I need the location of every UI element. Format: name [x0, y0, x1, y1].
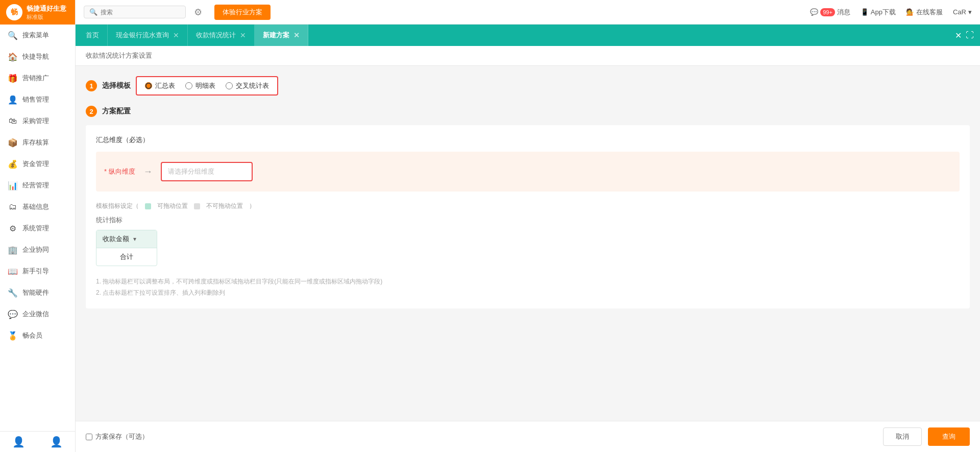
content-area: 收款情况统计方案设置 1 选择模板 汇总表 明细表: [76, 46, 980, 452]
hardware-icon: 🔧: [8, 288, 17, 297]
system-icon: ⚙: [8, 224, 17, 233]
sidebar-item-inventory[interactable]: 📦 库存核算: [0, 132, 75, 153]
sidebar-item-basic-info[interactable]: 🗂 基础信息: [0, 196, 75, 218]
expand-icon[interactable]: ⛶: [966, 31, 974, 40]
section2-header: 2 方案配置: [86, 106, 970, 117]
sales-icon: 👤: [8, 95, 17, 104]
section1-num: 1: [86, 80, 97, 91]
metrics-hint: 模板指标设定（ 可拖动位置 不可拖动位置 ）: [96, 202, 960, 210]
sidebar-item-marketing[interactable]: 🎁 营销推广: [0, 67, 75, 89]
inventory-icon: 📦: [8, 138, 17, 147]
tab-actions: ✕ ⛶: [955, 31, 980, 40]
radio-cross-input[interactable]: [226, 82, 233, 89]
tab-bank-flow-close[interactable]: ✕: [173, 31, 179, 39]
search-input[interactable]: [101, 9, 172, 16]
tab-receipt-stat[interactable]: 收款情况统计 ✕: [188, 25, 255, 46]
tip-line-1: 1. 拖动标题栏可以调整布局，不可跨维度或指标区域拖动栏目字段(只能在同一维度或…: [96, 276, 960, 288]
sidebar-item-purchase[interactable]: 🛍 采购管理: [0, 110, 75, 132]
metrics-column-header: 收款金额: [103, 234, 129, 244]
logo-icon: 畅: [6, 4, 22, 20]
section-template: 1 选择模板 汇总表 明细表 交叉统计表: [86, 76, 970, 96]
finance-icon: 💰: [8, 159, 17, 169]
sidebar-bottom: 👤 👤: [0, 431, 75, 452]
sidebar-item-operations[interactable]: 📊 经营管理: [0, 175, 75, 196]
sidebar-item-label: 资金管理: [22, 159, 49, 169]
app-download-button[interactable]: 📱 App下载: [861, 8, 896, 17]
fixed-hint-text: 不可拖动位置: [206, 202, 243, 210]
radio-summary-input[interactable]: [145, 82, 152, 89]
radio-summary[interactable]: 汇总表: [145, 81, 175, 90]
tab-home[interactable]: 首页: [76, 25, 108, 46]
dimension-row: * 纵向维度 → 请选择分组维度: [104, 162, 951, 181]
basic-info-icon: 🗂: [8, 202, 17, 211]
sidebar-item-enterprise[interactable]: 🏢 企业协同: [0, 239, 75, 260]
radio-detail[interactable]: 明细表: [185, 81, 215, 90]
dimension-placeholder: 请选择分组维度: [168, 168, 214, 175]
metrics-hint-close: ）: [249, 202, 255, 210]
online-service-button[interactable]: 💁 在线客服: [906, 8, 943, 17]
notification-label: 消息: [837, 8, 850, 17]
user-info[interactable]: CaR ▾: [953, 8, 972, 16]
template-select-box: 汇总表 明细表 交叉统计表: [136, 76, 278, 96]
sidebar-item-label: 快捷导航: [22, 52, 49, 61]
tab-receipt-stat-close[interactable]: ✕: [240, 31, 246, 39]
sidebar-item-wechat[interactable]: 💬 企业微信: [0, 303, 75, 325]
tab-new-plan[interactable]: 新建方案 ✕: [255, 25, 308, 46]
sidebar-item-guide[interactable]: 📖 新手引导: [0, 260, 75, 282]
sidebar-item-system[interactable]: ⚙ 系统管理: [0, 218, 75, 239]
sidebar-item-hardware[interactable]: 🔧 智能硬件: [0, 282, 75, 303]
sidebar-item-sales[interactable]: 👤 销售管理: [0, 89, 75, 110]
sidebar-item-search-menu[interactable]: 🔍 搜索菜单: [0, 25, 75, 46]
radio-summary-label: 汇总表: [155, 81, 175, 90]
sidebar-nav: 🔍 搜索菜单 🏠 快捷导航 🎁 营销推广 👤 销售管理 🛍 采购管理 📦 库存核…: [0, 25, 75, 431]
metrics-section-label: 统计指标: [96, 216, 960, 225]
sidebar-avatar2[interactable]: 👤: [50, 436, 63, 448]
app-download-label: App下载: [871, 8, 896, 17]
enterprise-icon: 🏢: [8, 245, 17, 254]
save-option-label[interactable]: 方案保存（可选）: [86, 432, 149, 441]
logo-title: 畅捷通好生意: [27, 4, 66, 13]
vertical-dim-label: * 纵向维度: [104, 167, 135, 176]
radio-detail-input[interactable]: [185, 82, 192, 89]
sidebar-item-quick-nav[interactable]: 🏠 快捷导航: [0, 46, 75, 67]
metrics-section: 模板指标设定（ 可拖动位置 不可拖动位置 ） 统计指标 收款金: [96, 202, 960, 266]
save-checkbox[interactable]: [86, 434, 92, 440]
topbar-search-box[interactable]: 🔍: [84, 6, 186, 18]
marketing-icon: 🎁: [8, 74, 17, 83]
tab-bank-flow[interactable]: 现金银行流水查询 ✕: [108, 25, 188, 46]
radio-cross-label: 交叉统计表: [236, 81, 269, 90]
avatar2-icon: 👤: [50, 436, 63, 448]
topbar-right: 💬 99+ 消息 📱 App下载 💁 在线客服 CaR ▾: [810, 8, 972, 17]
service-label: 在线客服: [916, 8, 943, 17]
tabbar: 首页 现金银行流水查询 ✕ 收款情况统计 ✕ 新建方案 ✕ ✕ ⛶: [76, 25, 980, 46]
sidebar-item-member[interactable]: 🏅 畅会员: [0, 325, 75, 346]
sidebar-avatar1[interactable]: 👤: [12, 436, 25, 448]
arrow-icon: →: [143, 166, 153, 177]
tips-section: 1. 拖动标题栏可以调整布局，不可跨维度或指标区域拖动栏目字段(只能在同一维度或…: [96, 276, 960, 298]
sidebar-item-label: 营销推广: [22, 74, 49, 83]
main-area: 🔍 ⚙ 体验行业方案 💬 99+ 消息 📱 App下载 💁 在线客服 CaR ▾: [76, 0, 980, 452]
industry-solution-button[interactable]: 体验行业方案: [214, 5, 271, 20]
radio-detail-label: 明细表: [195, 81, 215, 90]
tab-new-plan-close[interactable]: ✕: [293, 31, 300, 39]
guide-icon: 📖: [8, 267, 17, 276]
metrics-chevron-icon[interactable]: ▾: [133, 235, 136, 243]
notification-button[interactable]: 💬 99+ 消息: [810, 8, 850, 17]
query-button[interactable]: 查询: [928, 427, 970, 446]
notification-icon: 💬: [810, 8, 818, 16]
dimension-selector[interactable]: 请选择分组维度: [161, 162, 253, 181]
gear-icon[interactable]: ⚙: [194, 7, 202, 18]
user-name: CaR: [953, 8, 966, 16]
cancel-button[interactable]: 取消: [883, 427, 922, 446]
sidebar-item-label: 畅会员: [22, 331, 42, 340]
section2-num: 2: [86, 106, 97, 117]
radio-cross[interactable]: 交叉统计表: [226, 81, 269, 90]
sidebar-item-label: 新手引导: [22, 267, 49, 276]
close-all-icon[interactable]: ✕: [955, 31, 962, 40]
metrics-header[interactable]: 收款金额 ▾: [96, 230, 157, 248]
fixed-hint-dot: [194, 203, 200, 209]
tab-home-label: 首页: [86, 31, 99, 40]
sidebar-item-finance[interactable]: 💰 资金管理: [0, 153, 75, 175]
breadcrumb: 收款情况统计方案设置: [76, 46, 980, 66]
metrics-table: 收款金额 ▾ 合计: [96, 230, 157, 266]
